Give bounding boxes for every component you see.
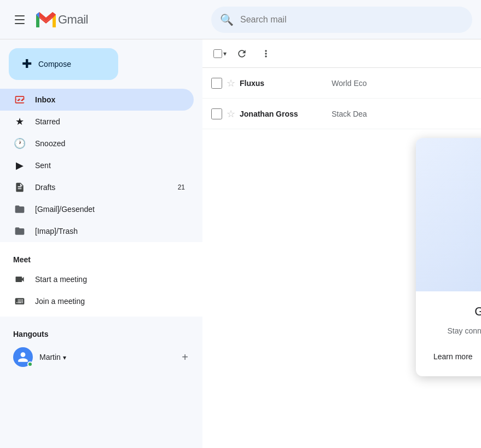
meet-section-title: Meet <box>0 246 202 268</box>
select-all-checkbox[interactable] <box>213 49 222 58</box>
star-icon[interactable]: ☆ <box>227 77 235 89</box>
sidebar-item-imap-trash[interactable]: [Imap]/Trash <box>0 220 194 242</box>
inbox-label: Inbox <box>35 95 185 104</box>
search-bar[interactable]: 🔍 <box>211 7 472 33</box>
meet-illustration <box>476 154 481 275</box>
main-layout: ✚ Compose Inbox ★ Starred 🕐 Snoozed ▶ Se… <box>0 39 481 448</box>
clock-icon: 🕐 <box>13 137 26 150</box>
hangouts-section: Hangouts Martin + <box>0 317 202 376</box>
inbox-icon <box>13 93 26 106</box>
meet-popup: Google Meet, now in Gmail Stay connected… <box>416 138 481 376</box>
sidebar-item-gmail-gesendet[interactable]: [Gmail]/Gesendet <box>0 198 194 220</box>
email-sender: Fluxus <box>240 79 327 88</box>
header-left: Gmail <box>9 9 211 31</box>
meet-popup-content: Google Meet, now in Gmail Stay connected… <box>416 291 481 376</box>
gmail-m-icon <box>36 12 56 27</box>
user-dropdown-chevron[interactable] <box>63 353 66 361</box>
sidebar-item-sent[interactable]: ▶ Sent <box>0 154 194 176</box>
meet-popup-title: Google Meet, now in Gmail <box>433 305 481 319</box>
sent-label: Sent <box>35 161 185 170</box>
folder-icon-trash <box>13 225 26 238</box>
hangouts-footer: Martin + <box>0 343 202 371</box>
sidebar-item-starred[interactable]: ★ Starred <box>0 111 194 133</box>
gmail-gesendet-label: [Gmail]/Gesendet <box>35 205 185 214</box>
star-icon: ★ <box>13 115 26 128</box>
table-row[interactable]: ☆ Fluxus World Eco <box>202 68 481 99</box>
compose-label: Compose <box>38 60 71 68</box>
gmail-text-label: Gmail <box>58 13 88 27</box>
send-icon: ▶ <box>13 159 26 172</box>
email-toolbar: ▾ <box>202 39 481 68</box>
hamburger-icon <box>15 15 25 24</box>
sidebar-item-start-meeting[interactable]: Start a meeting <box>0 268 194 290</box>
compose-plus-icon: ✚ <box>22 57 32 71</box>
compose-button[interactable]: ✚ Compose <box>9 48 118 80</box>
user-status-indicator <box>27 361 33 367</box>
email-select-checkbox[interactable] <box>211 108 222 119</box>
content-area: ▾ ☆ Fluxus World Eco ☆ Jonathan Gross St… <box>202 39 481 448</box>
refresh-button[interactable] <box>231 43 253 65</box>
meet-popup-actions: Learn more OK <box>433 348 481 365</box>
start-meeting-label: Start a meeting <box>35 275 185 284</box>
folder-icon-gesendet <box>13 203 26 216</box>
imap-trash-label: [Imap]/Trash <box>35 227 185 236</box>
refresh-icon <box>236 48 247 59</box>
sidebar-item-snoozed[interactable]: 🕐 Snoozed <box>0 133 194 154</box>
drafts-label: Drafts <box>35 183 169 192</box>
keyboard-icon <box>13 295 26 308</box>
learn-more-link[interactable]: Learn more <box>433 352 473 361</box>
user-name-text: Martin <box>39 353 61 361</box>
app-header: Gmail 🔍 <box>0 0 481 39</box>
drafts-count: 21 <box>178 183 185 191</box>
search-icon: 🔍 <box>220 13 234 26</box>
search-input[interactable] <box>240 15 463 25</box>
email-sender: Jonathan Gross <box>240 110 327 118</box>
table-row[interactable]: ☆ Jonathan Gross Stack Dea <box>202 99 481 129</box>
sidebar: ✚ Compose Inbox ★ Starred 🕐 Snoozed ▶ Se… <box>0 39 202 448</box>
video-camera-icon <box>13 273 26 286</box>
select-dropdown-chevron[interactable]: ▾ <box>223 50 227 58</box>
meet-popup-image <box>416 138 481 291</box>
hamburger-menu-button[interactable] <box>9 9 31 31</box>
join-meeting-label: Join a meeting <box>35 297 185 306</box>
sidebar-item-inbox[interactable]: Inbox <box>0 89 194 111</box>
email-select-checkbox[interactable] <box>211 78 222 89</box>
email-list: ☆ Fluxus World Eco ☆ Jonathan Gross Stac… <box>202 68 481 129</box>
email-subject: Stack Dea <box>332 110 472 118</box>
starred-label: Starred <box>35 117 185 126</box>
gmail-logo: Gmail <box>36 12 88 27</box>
add-people-button[interactable]: + <box>176 348 194 366</box>
draft-icon <box>13 181 26 194</box>
meet-section: Meet Start a meeting Join a meeting <box>0 242 202 317</box>
star-icon[interactable]: ☆ <box>227 108 235 120</box>
email-subject: World Eco <box>332 79 472 88</box>
user-name-label: Martin <box>39 353 66 361</box>
snoozed-label: Snoozed <box>35 139 185 148</box>
sidebar-item-join-meeting[interactable]: Join a meeting <box>0 290 194 312</box>
user-avatar-wrap[interactable] <box>13 347 33 367</box>
sidebar-item-drafts[interactable]: Drafts 21 <box>0 176 194 198</box>
meet-popup-description: Stay connected and productive with secur… <box>433 325 481 337</box>
more-options-button[interactable] <box>255 43 277 65</box>
more-vert-icon <box>260 48 271 59</box>
hangouts-title: Hangouts <box>0 321 202 343</box>
select-all-button[interactable]: ▾ <box>211 43 229 65</box>
